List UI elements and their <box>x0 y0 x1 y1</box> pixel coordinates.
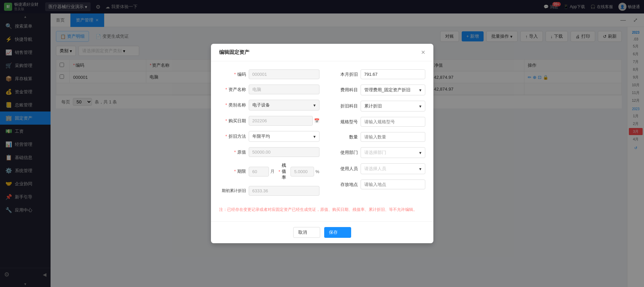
form-row-dep-subject: 折旧科目 累计折旧 ▾ <box>328 101 425 111</box>
form-row-spec: 规格型号 <box>328 117 425 127</box>
asset-name-label: * 资产名称 <box>219 87 246 93</box>
residual-rate-input[interactable] <box>290 167 314 177</box>
form-row-code: * 编码 <box>219 69 319 79</box>
form-row-purchase-date: * 购买日期 📅 <box>219 116 319 126</box>
term-label: * 期限 <box>219 168 246 174</box>
term-input[interactable] <box>249 167 269 177</box>
modal-close-icon[interactable]: ✕ <box>421 49 425 56</box>
dep-subject-label: 折旧科目 <box>328 103 358 109</box>
original-value-input[interactable] <box>249 147 319 157</box>
dep-subject-value: 累计折旧 <box>364 103 382 109</box>
form-row-asset-name: * 资产名称 <box>219 85 319 94</box>
dept-label: 使用部门 <box>328 150 358 156</box>
dep-method-value: 年限平均 <box>252 133 270 139</box>
user-label: 使用人员 <box>328 166 358 172</box>
purchase-date-label: * 购买日期 <box>219 118 246 124</box>
quantity-input[interactable] <box>361 132 425 142</box>
term-group: 月 * 残值率 % <box>249 162 319 181</box>
form-row-location: 存放地点 <box>328 180 425 189</box>
initial-dep-label: 期初累计折旧 <box>219 188 246 194</box>
residual-rate-unit: % <box>315 169 319 174</box>
form-row-current-dep: 本月折旧 <box>328 69 425 79</box>
modal-footer: 取消 保存 <box>211 221 433 243</box>
form-grid: * 编码 * 资产名称 * 类别名称 <box>219 69 425 201</box>
expense-subject-value: 管理费用_固定资产折旧 <box>364 87 410 93</box>
purchase-date-group: 📅 <box>249 116 319 126</box>
expense-subject-select[interactable]: 管理费用_固定资产折旧 ▾ <box>361 85 425 95</box>
dep-method-select[interactable]: 年限平均 ▾ <box>249 131 319 142</box>
expense-subject-label: 费用科目 <box>328 87 358 93</box>
term-unit: 月 <box>270 168 275 174</box>
category-select[interactable]: 电子设备 ▾ <box>249 100 319 110</box>
form-row-quantity: 数量 <box>328 132 425 142</box>
modal-header: 编辑固定资产 ✕ <box>211 44 433 61</box>
residual-rate-label: * <box>279 169 280 174</box>
residual-rate-label-text: 残值率 <box>282 162 289 181</box>
save-button[interactable]: 保存 <box>324 227 351 238</box>
form-row-dept: 使用部门 请选择部门 ▾ <box>328 147 425 158</box>
dept-select[interactable]: 请选择部门 ▾ <box>361 147 425 158</box>
form-note: 注：已经存在变更记录或者对应固定资产已经生成凭证，原值、购买日期、残值率、累计折… <box>219 206 425 213</box>
form-left-col: * 编码 * 资产名称 * 类别名称 <box>219 69 319 201</box>
quantity-label: 数量 <box>328 134 358 140</box>
location-input[interactable] <box>361 180 425 189</box>
user-select-icon: ▾ <box>419 166 422 171</box>
dept-select-icon: ▾ <box>419 150 422 155</box>
form-row-initial-dep: 期初累计折旧 <box>219 186 319 196</box>
modal-overlay: 编辑固定资产 ✕ * 编码 * 资产名称 <box>0 0 644 287</box>
current-dep-label: 本月折旧 <box>328 71 358 77</box>
code-label: * 编码 <box>219 71 246 77</box>
dep-method-dropdown-icon: ▾ <box>313 134 316 139</box>
user-select[interactable]: 请选择人员 ▾ <box>361 163 425 174</box>
form-row-category: * 类别名称 电子设备 ▾ <box>219 100 319 110</box>
cancel-button[interactable]: 取消 <box>293 227 320 238</box>
modal-title: 编辑固定资产 <box>219 49 249 56</box>
form-right-col: 本月折旧 费用科目 管理费用_固定资产折旧 ▾ <box>328 69 425 201</box>
user-placeholder: 请选择人员 <box>364 166 386 172</box>
category-name-label: * 类别名称 <box>219 102 246 108</box>
dept-placeholder: 请选择部门 <box>364 150 386 156</box>
dep-subject-select[interactable]: 累计折旧 ▾ <box>361 101 425 111</box>
modal-body: * 编码 * 资产名称 * 类别名称 <box>211 61 433 221</box>
location-label: 存放地点 <box>328 182 358 188</box>
form-row-dep-method: * 折旧方法 年限平均 ▾ <box>219 131 319 142</box>
form-row-term: * 期限 月 * 残值率 % <box>219 162 319 181</box>
code-input[interactable] <box>249 69 319 79</box>
current-dep-input[interactable] <box>361 69 425 79</box>
initial-dep-input[interactable] <box>249 186 319 196</box>
spec-label: 规格型号 <box>328 119 358 125</box>
dep-method-label: * 折旧方法 <box>219 133 246 139</box>
form-row-user: 使用人员 请选择人员 ▾ <box>328 163 425 174</box>
spec-input[interactable] <box>361 117 425 127</box>
original-value-label: * 原值 <box>219 149 246 155</box>
form-row-original-value: * 原值 <box>219 147 319 157</box>
category-select-value: 电子设备 <box>252 102 270 108</box>
purchase-date-input[interactable] <box>249 116 313 126</box>
form-row-expense-subject: 费用科目 管理费用_固定资产折旧 ▾ <box>328 85 425 95</box>
asset-name-input[interactable] <box>249 85 319 94</box>
expense-subject-icon: ▾ <box>419 88 422 93</box>
category-select-icon: ▾ <box>313 103 316 108</box>
edit-asset-modal: 编辑固定资产 ✕ * 编码 * 资产名称 <box>211 44 433 243</box>
calendar-icon[interactable]: 📅 <box>314 118 319 123</box>
dep-subject-icon: ▾ <box>419 104 422 109</box>
